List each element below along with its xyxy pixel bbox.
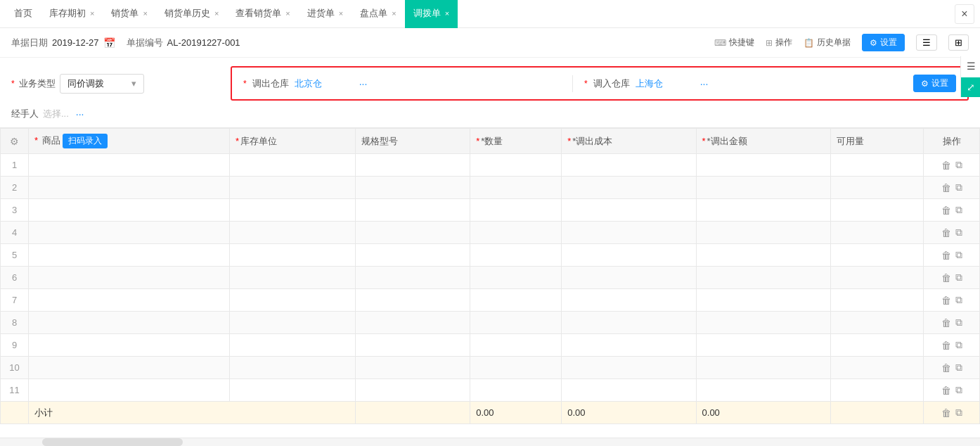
sidebar-expand-btn[interactable]: ⤢ — [961, 77, 980, 97]
row-1-copy-btn[interactable]: ⧉ — [955, 159, 962, 171]
tab-view-sales-close[interactable]: × — [285, 9, 290, 18]
layout-icon2: ⊞ — [955, 37, 962, 48]
setting-btn[interactable]: ⚙ 设置 — [862, 34, 905, 51]
row-5-delete-btn[interactable]: 🗑 — [941, 249, 951, 261]
warehouse-setting-btn[interactable]: ⚙ 设置 — [913, 75, 956, 92]
row-6-delete-btn[interactable]: 🗑 — [941, 272, 951, 283]
row-1-unit[interactable] — [230, 154, 356, 177]
tab-purchase-close[interactable]: × — [339, 9, 343, 18]
row-1-amount[interactable] — [696, 154, 830, 177]
out-wh-value: 北京仓 — [295, 77, 351, 90]
row-3-cost[interactable] — [562, 199, 696, 222]
tab-stock-init[interactable]: 库存期初 × — [41, 0, 103, 28]
row-6-copy-btn[interactable]: ⧉ — [955, 272, 962, 283]
person-input[interactable]: 选择... — [43, 108, 69, 120]
out-warehouse-field: * 调出仓库 北京仓 ··· — [243, 77, 561, 90]
row-7-delete-btn[interactable]: 🗑 — [941, 294, 951, 306]
row-9-copy-btn[interactable]: ⧉ — [955, 339, 962, 351]
row-11-copy-btn[interactable]: ⧉ — [955, 384, 962, 396]
tab-transfer[interactable]: 调拨单 × — [405, 0, 458, 28]
tab-view-sales[interactable]: 查看销货单 × — [227, 0, 298, 28]
table-container: ⚙ 商品 扫码录入 库存单位 规格型号 *数量 *调出成本 *调出金额 可用量 … — [0, 127, 980, 438]
table-row: 9 🗑⧉ — [1, 334, 980, 357]
biz-type-dropdown[interactable]: 同价调拨 ▾ — [60, 74, 144, 94]
horizontal-scrollbar[interactable] — [0, 438, 980, 446]
row-1-cost[interactable] — [562, 154, 696, 177]
tab-inventory[interactable]: 盘点单 × — [352, 0, 404, 28]
row-num-8: 8 — [1, 312, 29, 334]
in-wh-more-btn[interactable]: ··· — [700, 78, 709, 89]
row-5-copy-btn[interactable]: ⧉ — [955, 249, 962, 261]
row-3-spec[interactable] — [356, 199, 470, 222]
right-sidebar: ☰ ⤢ — [960, 56, 980, 97]
gear-btn[interactable]: ⚙ — [10, 136, 19, 147]
row-1-product[interactable] — [29, 154, 230, 177]
tab-inventory-close[interactable]: × — [392, 9, 396, 18]
row-3-copy-btn[interactable]: ⧉ — [955, 204, 962, 216]
table-row: 11 🗑⧉ — [1, 379, 980, 402]
row-1-delete-btn[interactable]: 🗑 — [941, 159, 951, 171]
in-wh-label: 调入仓库 — [593, 77, 630, 90]
tab-sales-history-close[interactable]: × — [214, 9, 219, 18]
row-3-available — [830, 199, 923, 222]
window-close-button[interactable]: × — [955, 4, 974, 24]
row-2-unit[interactable] — [230, 177, 356, 199]
table-body: 1 🗑 ⧉ — [1, 154, 980, 402]
row-10-copy-btn[interactable]: ⧉ — [955, 362, 962, 374]
row-2-spec[interactable] — [356, 177, 470, 199]
col-spec: 规格型号 — [356, 129, 470, 154]
sidebar-list-btn[interactable]: ☰ — [961, 56, 980, 76]
row-3-product[interactable] — [29, 199, 230, 222]
row-2-cost[interactable] — [562, 177, 696, 199]
setting-label: 设置 — [880, 37, 897, 49]
row-2-product[interactable] — [29, 177, 230, 199]
table-row: 3 🗑 ⧉ — [1, 199, 980, 222]
row-10-delete-btn[interactable]: 🗑 — [941, 362, 951, 374]
tab-stock-init-close[interactable]: × — [90, 9, 94, 18]
row-2-copy-btn[interactable]: ⧉ — [955, 181, 962, 193]
shortcut-btn[interactable]: ⌨ 快捷键 — [714, 37, 754, 49]
scan-entry-btn[interactable]: 扫码录入 — [63, 134, 108, 148]
tab-sales-order[interactable]: 销货单 × — [103, 0, 155, 28]
row-3-qty[interactable] — [470, 199, 562, 222]
out-wh-more-btn[interactable]: ··· — [359, 78, 368, 89]
tab-home[interactable]: 首页 — [6, 0, 41, 28]
row-1-qty[interactable] — [470, 154, 562, 177]
in-warehouse-field: * 调入仓库 上海仓 ··· — [584, 77, 902, 90]
row-4-delete-btn[interactable]: 🗑 — [941, 227, 951, 238]
footer-delete-btn[interactable]: 🗑 — [941, 407, 951, 419]
biz-type-chevron: ▾ — [131, 78, 136, 89]
row-11-delete-btn[interactable]: 🗑 — [941, 384, 951, 396]
row-num-4: 4 — [1, 222, 29, 244]
footer-qty: 0.00 — [470, 402, 562, 424]
tab-transfer-close[interactable]: × — [445, 9, 449, 18]
row-2-delete-btn[interactable]: 🗑 — [941, 181, 951, 193]
biz-type-field: * 业务类型 同价调拨 ▾ — [11, 66, 208, 101]
tab-purchase[interactable]: 进货单 × — [299, 0, 352, 28]
row-3-delete-btn[interactable]: 🗑 — [941, 204, 951, 216]
footer-copy-btn[interactable]: ⧉ — [955, 407, 962, 419]
operation-btn[interactable]: ⊞ 操作 — [766, 37, 792, 49]
layout-btn2[interactable]: ⊞ — [948, 34, 969, 51]
row-7-copy-btn[interactable]: ⧉ — [955, 294, 962, 306]
operation-label: 操作 — [775, 37, 792, 49]
row-3-unit[interactable] — [230, 199, 356, 222]
setting-icon: ⚙ — [870, 38, 877, 48]
row-8-copy-btn[interactable]: ⧉ — [955, 317, 962, 329]
toolbar-right: ⌨ 快捷键 ⊞ 操作 📋 历史单据 ⚙ 设置 ☰ — [714, 34, 969, 51]
person-more-btn[interactable]: ··· — [76, 108, 84, 120]
row-4-copy-btn[interactable]: ⧉ — [955, 227, 962, 238]
row-8-delete-btn[interactable]: 🗑 — [941, 317, 951, 329]
row-2-amount[interactable] — [696, 177, 830, 199]
row-9-delete-btn[interactable]: 🗑 — [941, 339, 951, 351]
history-btn[interactable]: 📋 历史单据 — [804, 37, 851, 49]
row-1-spec[interactable] — [356, 154, 470, 177]
row-2-qty[interactable] — [470, 177, 562, 199]
row-3-amount[interactable] — [696, 199, 830, 222]
form-row-2: 经手人 选择... ··· — [11, 108, 969, 120]
table-row: 7 🗑⧉ — [1, 289, 980, 312]
calendar-icon[interactable]: 📅 — [103, 37, 115, 49]
layout-btn1[interactable]: ☰ — [916, 34, 937, 51]
tab-sales-order-close[interactable]: × — [143, 9, 147, 18]
tab-sales-history[interactable]: 销货单历史 × — [156, 0, 227, 28]
